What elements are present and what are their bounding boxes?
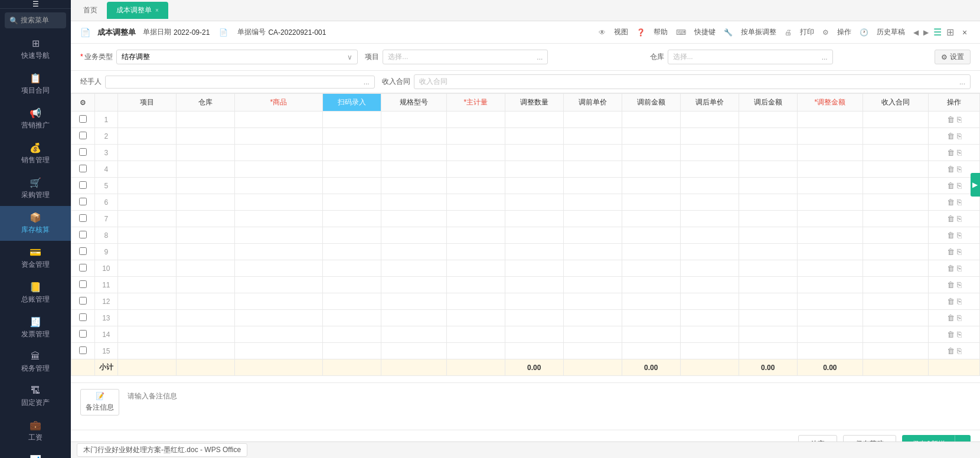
table-cell[interactable] bbox=[863, 227, 928, 244]
row-checkbox[interactable] bbox=[79, 313, 87, 321]
table-cell[interactable] bbox=[680, 145, 739, 161]
table-cell[interactable] bbox=[381, 277, 446, 293]
table-cell[interactable] bbox=[797, 194, 863, 211]
table-cell[interactable] bbox=[118, 211, 177, 227]
col-header-scan[interactable]: 扫码录入 bbox=[322, 94, 381, 112]
table-cell[interactable] bbox=[563, 227, 622, 244]
table-cell[interactable] bbox=[235, 128, 322, 145]
copy-row-icon[interactable]: ⎘ bbox=[957, 115, 962, 124]
table-cell[interactable] bbox=[446, 161, 505, 178]
table-cell[interactable] bbox=[446, 310, 505, 326]
table-cell[interactable] bbox=[739, 227, 797, 244]
table-cell[interactable] bbox=[322, 211, 381, 227]
table-cell[interactable] bbox=[680, 112, 739, 128]
table-cell[interactable] bbox=[739, 161, 797, 178]
table-cell[interactable] bbox=[235, 178, 322, 194]
table-cell[interactable] bbox=[563, 211, 622, 227]
table-cell[interactable] bbox=[863, 277, 928, 293]
table-cell[interactable] bbox=[622, 227, 680, 244]
table-cell[interactable] bbox=[381, 310, 446, 326]
table-cell[interactable] bbox=[680, 244, 739, 260]
nav-next-icon[interactable]: ▶ bbox=[923, 28, 929, 37]
table-cell[interactable] bbox=[505, 128, 563, 145]
copy-row-icon[interactable]: ⎘ bbox=[957, 181, 962, 190]
table-cell[interactable] bbox=[235, 326, 322, 343]
warehouse-input[interactable]: 选择... ... bbox=[668, 50, 833, 64]
table-cell[interactable] bbox=[118, 343, 177, 359]
table-cell[interactable] bbox=[797, 145, 863, 161]
row-checkbox[interactable] bbox=[79, 132, 87, 139]
table-cell[interactable] bbox=[505, 227, 563, 244]
copy-row-icon[interactable]: ⎘ bbox=[957, 247, 962, 256]
table-cell[interactable] bbox=[322, 194, 381, 211]
table-cell[interactable] bbox=[177, 227, 235, 244]
table-cell[interactable] bbox=[563, 112, 622, 128]
table-cell[interactable] bbox=[505, 161, 563, 178]
table-cell[interactable] bbox=[739, 178, 797, 194]
table-cell[interactable] bbox=[863, 194, 928, 211]
copy-row-icon[interactable]: ⎘ bbox=[957, 148, 962, 157]
table-cell[interactable] bbox=[622, 260, 680, 277]
delete-row-icon[interactable]: 🗑 bbox=[947, 313, 955, 322]
settings-button[interactable]: ⚙ 设置 bbox=[935, 50, 971, 64]
table-cell[interactable] bbox=[739, 112, 797, 128]
per-order-btn[interactable]: 按单振调整 bbox=[737, 26, 780, 38]
table-cell[interactable] bbox=[381, 326, 446, 343]
table-cell[interactable] bbox=[680, 310, 739, 326]
delete-row-icon[interactable]: 🗑 bbox=[947, 148, 955, 157]
copy-row-icon[interactable]: ⎘ bbox=[957, 330, 962, 339]
table-cell[interactable] bbox=[797, 178, 863, 194]
copy-row-icon[interactable]: ⎘ bbox=[957, 214, 962, 223]
delete-row-icon[interactable]: 🗑 bbox=[947, 181, 955, 190]
sidebar-item-sales-promo[interactable]: 📢 营销推广 bbox=[0, 102, 71, 136]
table-cell[interactable] bbox=[680, 161, 739, 178]
row-checkbox[interactable] bbox=[79, 297, 87, 305]
table-cell[interactable] bbox=[739, 194, 797, 211]
table-cell[interactable] bbox=[797, 112, 863, 128]
table-cell[interactable] bbox=[505, 260, 563, 277]
table-cell[interactable] bbox=[680, 293, 739, 310]
table-cell[interactable] bbox=[739, 260, 797, 277]
table-cell[interactable] bbox=[235, 244, 322, 260]
table-cell[interactable] bbox=[322, 145, 381, 161]
delete-row-icon[interactable]: 🗑 bbox=[947, 346, 955, 355]
close-button[interactable]: × bbox=[959, 27, 971, 38]
tab-home[interactable]: 首页 bbox=[74, 2, 107, 19]
row-checkbox-cell[interactable] bbox=[71, 112, 95, 128]
table-cell[interactable] bbox=[563, 310, 622, 326]
table-cell[interactable] bbox=[680, 260, 739, 277]
table-cell[interactable] bbox=[118, 161, 177, 178]
table-cell[interactable] bbox=[505, 112, 563, 128]
table-cell[interactable] bbox=[797, 260, 863, 277]
table-cell[interactable] bbox=[622, 194, 680, 211]
table-cell[interactable] bbox=[505, 310, 563, 326]
table-cell[interactable] bbox=[739, 244, 797, 260]
delete-row-icon[interactable]: 🗑 bbox=[947, 132, 955, 140]
row-checkbox-cell[interactable] bbox=[71, 326, 95, 343]
row-checkbox[interactable] bbox=[79, 198, 87, 205]
table-cell[interactable] bbox=[177, 244, 235, 260]
table-cell[interactable] bbox=[235, 145, 322, 161]
row-checkbox-cell[interactable] bbox=[71, 310, 95, 326]
table-cell[interactable] bbox=[863, 260, 928, 277]
table-cell[interactable] bbox=[118, 326, 177, 343]
copy-row-icon[interactable]: ⎘ bbox=[957, 313, 962, 322]
row-checkbox-cell[interactable] bbox=[71, 244, 95, 260]
table-cell[interactable] bbox=[118, 178, 177, 194]
table-cell[interactable] bbox=[680, 178, 739, 194]
sidebar-item-tax[interactable]: 🏛 税务管理 bbox=[0, 345, 71, 380]
table-cell[interactable] bbox=[177, 293, 235, 310]
table-cell[interactable] bbox=[446, 260, 505, 277]
table-cell[interactable] bbox=[118, 260, 177, 277]
row-checkbox-cell[interactable] bbox=[71, 343, 95, 359]
table-cell[interactable] bbox=[505, 293, 563, 310]
table-cell[interactable] bbox=[235, 310, 322, 326]
table-cell[interactable] bbox=[322, 277, 381, 293]
row-checkbox-cell[interactable] bbox=[71, 277, 95, 293]
table-cell[interactable] bbox=[235, 293, 322, 310]
sidebar-item-purchase-mgmt[interactable]: 🛒 采购管理 bbox=[0, 171, 71, 206]
table-cell[interactable] bbox=[863, 293, 928, 310]
table-cell[interactable] bbox=[322, 343, 381, 359]
print-btn[interactable]: 打印 bbox=[796, 26, 818, 38]
help-btn[interactable]: 帮助 bbox=[650, 26, 671, 38]
